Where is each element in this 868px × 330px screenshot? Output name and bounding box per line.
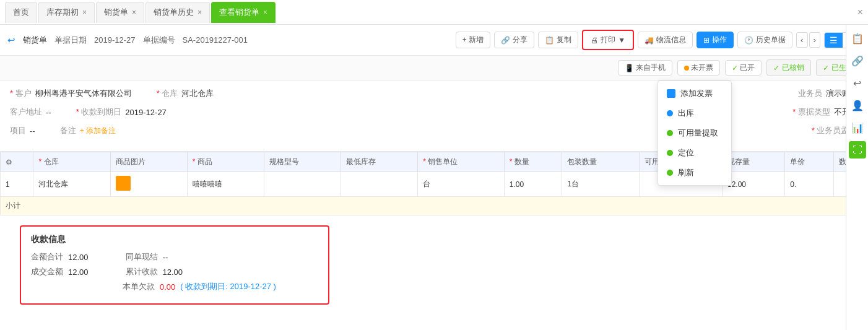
tab-view-sales-label: 查看销货单 <box>219 7 259 18</box>
customer-field: 客户 柳州粤港平安气体有限公司 <box>10 88 132 99</box>
next-button[interactable]: › <box>809 32 820 48</box>
from-phone-button[interactable]: 📱 来自手机 <box>618 60 672 76</box>
col-product: 商品 <box>187 152 264 172</box>
payment-info-box: 收款信息 金额合计 12.00 同单现结 -- 成交金额 12.00 <box>20 225 329 305</box>
history-button[interactable]: 🕐 历史单据 <box>737 32 792 48</box>
sidebar-icon-link[interactable]: 🔗 <box>849 52 866 69</box>
sidebar-icon-user[interactable]: 👤 <box>849 97 866 114</box>
cumulative-collection-label: 累计收款 <box>126 266 158 277</box>
new-button[interactable]: + 新增 <box>456 32 490 48</box>
transaction-amount-value: 12.00 <box>68 267 89 277</box>
available-qty-icon <box>667 130 673 136</box>
prev-button[interactable]: ‹ <box>796 32 807 48</box>
subtotal-label: 小计 <box>1 197 868 215</box>
tab-inventory-init-close[interactable]: × <box>82 8 87 17</box>
cell-quantity: 1.00 <box>504 172 562 197</box>
document-toolbar: ↩ 销货单 单据日期 2019-12-27 单据编号 SA-20191227-0… <box>0 25 868 56</box>
print-icon: 🖨 <box>591 36 598 45</box>
same-order-settlement-label: 同单现结 <box>126 251 158 263</box>
logistics-button[interactable]: 🚚 物流信息 <box>638 32 693 48</box>
cumulative-collection-value: 12.00 <box>163 267 183 277</box>
sidebar-icon-return[interactable]: ↩ <box>849 74 866 92</box>
note-label: 备注 <box>60 125 76 136</box>
tab-sales-history-close[interactable]: × <box>197 8 202 17</box>
current-due-label: 本单欠款 <box>123 281 155 292</box>
add-note-button[interactable]: + 添加备注 <box>80 126 116 136</box>
total-amount-item: 金额合计 12.00 <box>31 251 89 263</box>
operations-button[interactable]: ⊞ 操作 <box>697 32 734 48</box>
add-note-label: + 添加备注 <box>80 126 116 136</box>
doc-type-icon: ↩ <box>7 35 15 46</box>
address-value: -- <box>46 108 51 117</box>
document-info: ↩ 销货单 单据日期 2019-12-27 单据编号 SA-20191227-0… <box>7 35 248 46</box>
tab-view-sales-close[interactable]: × <box>263 8 267 17</box>
dropdown-item-outbound[interactable]: 出库 <box>658 103 731 123</box>
table-row: 1 河北仓库 嘻嘻嘻嘻 台 1.00 1台 12.00 0. <box>1 172 868 197</box>
due-date-note: ( 收款到期日: 2019-12-27 ) <box>180 281 276 292</box>
not-open-button[interactable]: 未开票 <box>677 60 720 76</box>
tab-bar: 首页 库存期初 × 销货单 × 销货单历史 × 查看销货单 × × <box>0 0 868 25</box>
col-quantity: 数量 <box>504 152 562 172</box>
dropdown-item-available-qty[interactable]: 可用量提取 <box>658 123 731 143</box>
doc-type-label: 销货单 <box>23 35 47 46</box>
product-table: ⚙ 仓库 商品图片 商品 规格型号 最低库存 销售单位 数量 包装数量 可用量 … <box>0 151 868 215</box>
sales-staff2-label: 业务员孟 <box>812 125 849 136</box>
add-invoice-label: 添加发票 <box>680 88 713 99</box>
payment-title: 收款信息 <box>31 234 318 245</box>
cell-pack-qty: 1台 <box>562 172 639 197</box>
dropdown-item-locate[interactable]: 定位 <box>658 143 731 163</box>
payment-row-2: 成交金额 12.00 累计收款 12.00 <box>31 266 318 277</box>
copy-icon: 📋 <box>545 36 554 45</box>
refresh-icon <box>667 170 673 176</box>
operations-label: 操作 <box>712 35 727 45</box>
subtotal-row: 小计 <box>1 197 868 215</box>
nav-arrows: ‹ › <box>796 32 820 48</box>
cell-product: 嘻嘻嘻嘻 <box>187 172 264 197</box>
tab-sales-order[interactable]: 销货单 × <box>96 2 144 23</box>
cell-num: 1 <box>1 172 33 197</box>
tab-home[interactable]: 首页 <box>5 2 37 23</box>
doc-date-value: 2019-12-27 <box>94 35 136 45</box>
transaction-amount-label: 成交金额 <box>31 266 63 277</box>
same-order-settlement-item: 同单现结 -- <box>126 251 168 263</box>
action-bar: 📱 来自手机 未开票 ✓ 已开 ✓ 已核销 ✓ 已生效 <box>0 56 868 80</box>
outbound-icon <box>667 110 673 116</box>
cell-product-img <box>110 172 187 197</box>
logistics-label: 物流信息 <box>656 35 686 45</box>
due-date-label: 收款到期日 <box>76 106 122 118</box>
copy-button[interactable]: 📋 复制 <box>538 32 578 48</box>
col-pack-qty: 包装数量 <box>562 152 639 172</box>
locate-label: 定位 <box>678 147 694 158</box>
confirm-button[interactable]: ✓ 已开 <box>725 60 762 76</box>
tab-inventory-init[interactable]: 库存期初 × <box>38 2 95 23</box>
document-form: 客户 柳州粤港平安气体有限公司 仓库 河北仓库 业务员 演示账号 客户地址 -- <box>0 80 868 151</box>
tab-inventory-init-label: 库存期初 <box>46 7 79 18</box>
list-view-button[interactable]: ☰ <box>825 33 843 48</box>
project-label: 项目 <box>10 125 26 136</box>
not-open-label: 未开票 <box>691 63 713 73</box>
invoice-type-label: 票据类型 <box>792 106 830 118</box>
sidebar-icon-chart[interactable]: 📊 <box>849 119 866 136</box>
closed-status-button[interactable]: ✓ 已核销 <box>766 59 811 76</box>
staff-label: 业务员 <box>798 88 822 99</box>
sidebar-icon-doc[interactable]: 📋 <box>849 30 866 47</box>
print-highlight-border: 🖨 打印 ▼ <box>582 30 634 50</box>
col-spec: 规格型号 <box>264 152 341 172</box>
product-image <box>116 176 131 191</box>
tab-sales-history[interactable]: 销货单历史 × <box>145 2 210 23</box>
same-order-settlement-value: -- <box>163 253 168 262</box>
tab-view-sales[interactable]: 查看销货单 × <box>211 2 276 23</box>
sidebar-icon-expand[interactable]: ⛶ <box>849 141 866 158</box>
window-close-button[interactable]: × <box>857 7 863 18</box>
share-button[interactable]: 🔗 分享 <box>494 32 534 48</box>
note-field: 备注 + 添加备注 <box>60 125 116 136</box>
due-date-value: 2019-12-27 <box>125 108 167 117</box>
total-amount-value: 12.00 <box>68 253 89 262</box>
cell-sales-unit: 台 <box>418 172 504 197</box>
tab-sales-order-close[interactable]: × <box>132 8 136 17</box>
dropdown-item-add-invoice[interactable]: 添加发票 <box>658 84 731 103</box>
address-field: 客户地址 -- <box>10 106 51 118</box>
print-button[interactable]: 🖨 打印 ▼ <box>584 32 631 48</box>
warehouse-field: 仓库 河北仓库 <box>157 88 214 99</box>
dropdown-item-refresh[interactable]: 刷新 <box>658 163 731 183</box>
